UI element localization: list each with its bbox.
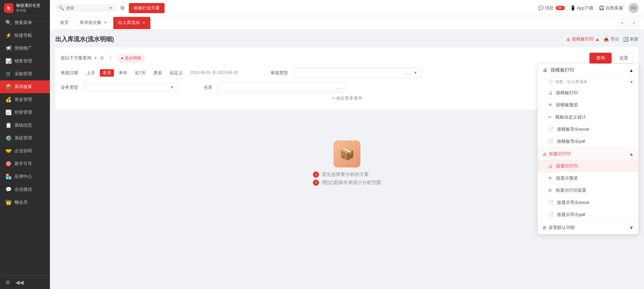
- display-settings-icon: ⚙: [548, 188, 552, 193]
- sidebar-item-inventory[interactable]: 📦 库存核算: [0, 80, 50, 93]
- user-avatar: Rit: [628, 3, 639, 13]
- scheme-settings-button[interactable]: ⚙: [100, 55, 104, 61]
- biz-type-select[interactable]: ▼: [84, 83, 178, 91]
- close-tab-flow-button[interactable]: ×: [142, 20, 146, 25]
- display-print-item[interactable]: 🖨 按显示打印: [538, 160, 638, 172]
- marketing-icon: 📢: [5, 45, 12, 51]
- search-input[interactable]: [66, 6, 107, 10]
- sidebar-item-cooperation[interactable]: 🤝 企业协同: [0, 144, 50, 157]
- dropdown-footer[interactable]: ⚙ 设置默认功能 ▼: [538, 221, 638, 234]
- sidebar-item-quicknav[interactable]: ⚡ 快捷导航: [0, 29, 50, 42]
- export-icon: 📤: [604, 37, 609, 42]
- warehouse-label: 仓库: [204, 84, 212, 90]
- footer-settings-icon: ⚙: [543, 225, 547, 230]
- query-button[interactable]: 查询: [589, 53, 612, 63]
- vip-icon: 👑: [5, 199, 12, 205]
- sidebar-nav-list: 🔍 搜索菜单 ⚡ 快捷导航 📢 营销推广 📊 销售管理 🛒 采购管理 📦 库存核…: [0, 16, 50, 275]
- display-excel-item[interactable]: 📄 按显示导出excel: [538, 196, 638, 209]
- topbar-gear-icon[interactable]: ⚙: [120, 5, 125, 11]
- footer-chevron-icon: ▼: [629, 225, 634, 230]
- doc-type-more-button[interactable]: ...: [405, 69, 411, 76]
- settings-filter-button[interactable]: 设置: [614, 53, 633, 63]
- filter-scheme-label: 按以下方案查询: [61, 55, 91, 61]
- template-excel-icon: 📄: [548, 127, 554, 132]
- template-preview-item[interactable]: 👁 按模板预览: [538, 99, 638, 111]
- doc-type-select[interactable]: ... ▼: [293, 68, 421, 78]
- date-tab-thisyear[interactable]: 本年: [116, 69, 130, 77]
- empty-steps: 1 请先选择要分析的方案 2 用[过滤]条件来缩小分析范围: [313, 172, 381, 186]
- template-pdf-item[interactable]: 📄 按模板导出pdf: [538, 135, 638, 148]
- main-area: 🔍 ▼ ⚙ 体验行业方案 💬 消息 99+ 📱 App下载 🎧 在线客服 Rit: [50, 0, 644, 289]
- date-tab-custom[interactable]: 自定义: [167, 69, 185, 77]
- display-section-chevron-up-icon: ▲: [629, 152, 634, 157]
- app-download-button[interactable]: 📱 App下载: [570, 5, 593, 11]
- industry-solution-button[interactable]: 体验行业方案: [129, 3, 165, 13]
- print-chevron-up-icon: ▲: [595, 37, 599, 42]
- doc-type-chevron-icon: ▼: [413, 70, 418, 75]
- refresh-button[interactable]: 🔄 刷新: [623, 36, 639, 42]
- empty-step-2: 2 用[过滤]条件来缩小分析范围: [313, 180, 381, 186]
- date-tab-lastmonth[interactable]: 上月: [84, 69, 98, 77]
- message-button[interactable]: 💬 消息 99+: [538, 5, 565, 11]
- template-print-item[interactable]: 🖨 按模板打印: [538, 87, 638, 99]
- dropdown-title: 🖨 按模板打印: [543, 67, 574, 73]
- close-tab-batch-button[interactable]: ×: [104, 20, 107, 25]
- current-template-icon: 📄: [548, 80, 553, 84]
- headset-icon: 🎧: [599, 5, 604, 10]
- sidebar-logo: b 畅捷通好生意 标准版: [0, 0, 50, 16]
- template-custom-item[interactable]: ✏ 模板自定义设计: [538, 111, 638, 123]
- sidebar-item-system[interactable]: ⚙️ 系统管理: [0, 132, 50, 144]
- online-service-button[interactable]: 🎧 在线客服: [599, 5, 623, 11]
- add-scheme-button[interactable]: +: [94, 55, 97, 61]
- sidebar-item-vip[interactable]: 👑 畅会员: [0, 196, 50, 209]
- print-template-button[interactable]: 🖨 按模板打印 ▲: [566, 36, 599, 42]
- sidebar-item-finance[interactable]: 💰 资金管理: [0, 93, 50, 106]
- empty-state-icon: 📦: [333, 140, 360, 167]
- sidebar-item-purchase[interactable]: 🛒 采购管理: [0, 68, 50, 80]
- wechat-icon: 💬: [5, 186, 12, 192]
- app-logo-icon: b: [4, 3, 13, 13]
- sidebar: b 畅捷通好生意 标准版 🔍 搜索菜单 ⚡ 快捷导航 📢 营销推广 📊 销售管理…: [0, 0, 50, 289]
- search-chevron-icon: ▼: [109, 6, 113, 10]
- operations-icon: 📈: [5, 109, 12, 115]
- sidebar-item-sales[interactable]: 📊 销售管理: [0, 55, 50, 68]
- sidebar-item-appstore[interactable]: 🏪 应用中心: [0, 170, 50, 183]
- sidebar-item-search[interactable]: 🔍 搜索菜单: [0, 16, 50, 29]
- date-tab-7days[interactable]: 近7天: [132, 69, 149, 77]
- date-tab-more[interactable]: 更多: [151, 69, 165, 77]
- settings-bottom-icon[interactable]: ⚙: [5, 279, 10, 286]
- display-preview-icon: 👁: [548, 176, 553, 181]
- page-title: 出入库流水(流水明细): [55, 35, 114, 43]
- collapse-sidebar-icon[interactable]: ◀◀: [16, 279, 24, 286]
- display-preview-item[interactable]: 👁 按显示预览: [538, 172, 638, 184]
- template-excel-item[interactable]: 📄 按模板导出excel: [538, 123, 638, 135]
- dropdown-header[interactable]: 🖨 按模板打印 ▲: [538, 64, 638, 77]
- template-print-icon: 🖨: [548, 90, 553, 96]
- sidebar-item-operations[interactable]: 📈 经营管理: [0, 106, 50, 119]
- collapse-filter-button[interactable]: 《: [107, 55, 112, 61]
- filter-query-buttons: 查询 设置: [589, 53, 633, 63]
- tab-stock-flow[interactable]: 出入库流水 ×: [113, 17, 150, 29]
- display-section-header[interactable]: 🖨 按显示打印 ▲: [538, 148, 638, 160]
- user-profile[interactable]: Rit: [628, 3, 639, 13]
- cooperation-icon: 🤝: [5, 148, 12, 154]
- display-settings-item[interactable]: ⚙ 按显示打印设置: [538, 184, 638, 196]
- export-button[interactable]: 📤 导出: [604, 36, 619, 42]
- basic-icon: 📋: [5, 122, 12, 128]
- warehouse-more-button[interactable]: ...: [336, 84, 342, 91]
- date-tab-thismonth[interactable]: 本月: [100, 69, 114, 77]
- tab-home[interactable]: 首页: [55, 17, 74, 29]
- close-all-tabs-button[interactable]: ×: [618, 19, 626, 27]
- topbar-search-box[interactable]: 🔍 ▼: [55, 4, 116, 12]
- sidebar-item-wechat[interactable]: 💬 企业微信: [0, 183, 50, 196]
- sidebar-item-basic[interactable]: 📋 基础信息: [0, 119, 50, 132]
- tag-scheme-icon: ●: [121, 56, 123, 60]
- empty-step-1: 1 请先选择要分析的方案: [313, 172, 381, 178]
- sidebar-item-marketing[interactable]: 📢 营销推广: [0, 42, 50, 55]
- warehouse-select[interactable]: ...: [218, 82, 346, 93]
- display-pdf-item[interactable]: 📄 按显示导出pdf: [538, 209, 638, 221]
- sidebar-item-guide[interactable]: 🎯 新手引导: [0, 157, 50, 170]
- template-section: 🖨 按模板打印 👁 按模板预览 ✏ 模板自定义设计 📄 按模板导出excel 📄: [538, 87, 638, 148]
- expand-tabs-button[interactable]: ⤢: [629, 19, 639, 27]
- tab-inventory-batch[interactable]: 库存批次账 ×: [75, 17, 112, 29]
